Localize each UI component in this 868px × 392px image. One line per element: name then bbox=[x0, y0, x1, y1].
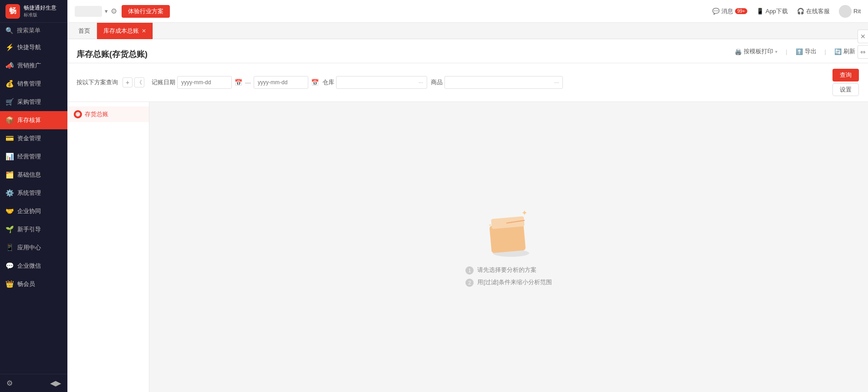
empty-illustration: ✦ ✦ bbox=[481, 204, 536, 259]
page-header: 库存总账(存货总账) 🖨️ 按模板打印 ▾ | ⬆️ 导出 | 🔄 刷新 bbox=[67, 39, 868, 63]
message-badge: 99+ bbox=[735, 8, 747, 14]
date-separator: — bbox=[245, 79, 251, 86]
sidebar-item-wecom[interactable]: 💬 企业微信 bbox=[0, 257, 67, 275]
footer-settings-icon[interactable]: ⚙ bbox=[6, 379, 13, 387]
query-button[interactable]: 查询 bbox=[832, 69, 859, 81]
settings-button[interactable]: 设置 bbox=[832, 83, 859, 96]
finance-icon: 💳 bbox=[5, 134, 14, 143]
app-download-icon: 📱 bbox=[756, 8, 764, 15]
appstore-icon: 📱 bbox=[5, 244, 14, 252]
tab-inventory-cost[interactable]: 库存成本总账 ✕ bbox=[97, 23, 153, 39]
print-dropdown-icon[interactable]: ▾ bbox=[775, 49, 777, 54]
filter-collapse-btn[interactable]: 《 bbox=[134, 77, 144, 87]
filter-date-group: 记账日期 📅 — 📅 bbox=[152, 76, 319, 89]
sidebar-item-finance[interactable]: 💳 资金管理 bbox=[0, 129, 67, 148]
inventory-icon: 📦 bbox=[5, 116, 14, 124]
refresh-icon: 🔄 bbox=[834, 48, 842, 55]
user-name: Rit bbox=[853, 8, 861, 15]
calendar-to-icon[interactable]: 📅 bbox=[311, 79, 319, 86]
sidebar-item-quick-nav[interactable]: ⚡ 快捷导航 bbox=[0, 38, 67, 56]
scheme-icon bbox=[74, 110, 82, 118]
cooperation-icon: 🤝 bbox=[5, 207, 14, 215]
quick-nav-icon: ⚡ bbox=[5, 43, 14, 51]
online-support-btn[interactable]: 🎧 在线客服 bbox=[797, 7, 830, 15]
empty-text: 1 请先选择要分析的方案 2 用[过滤]条件来缩小分析范围 bbox=[465, 266, 551, 290]
basic-icon: 🗂️ bbox=[5, 171, 14, 179]
breadcrumb-area: ▾ ⚙ bbox=[75, 6, 117, 17]
content-area: 库存总账(存货总账) 🖨️ 按模板打印 ▾ | ⬆️ 导出 | 🔄 刷新 bbox=[67, 39, 868, 392]
date-to-input[interactable] bbox=[254, 76, 308, 89]
export-icon: ⬆️ bbox=[796, 48, 803, 55]
resize-right-panel-btn[interactable]: ⇔ bbox=[858, 45, 868, 59]
message-icon: 💬 bbox=[712, 8, 720, 15]
system-icon: ⚙️ bbox=[5, 189, 14, 197]
sidebar-item-newguide[interactable]: 🌱 新手引导 bbox=[0, 220, 67, 239]
product-select[interactable]: ··· bbox=[444, 76, 563, 89]
sidebar-footer: ⚙ ◀▶ bbox=[0, 374, 67, 392]
warehouse-label: 仓库 bbox=[322, 78, 334, 87]
topbar-settings-icon[interactable]: ⚙ bbox=[111, 7, 117, 15]
page-title: 库存总账(存货总账) bbox=[77, 49, 148, 60]
user-avatar bbox=[839, 5, 852, 18]
sidebar-item-basic[interactable]: 🗂️ 基础信息 bbox=[0, 166, 67, 184]
product-more-icon[interactable]: ··· bbox=[554, 79, 559, 86]
filter-label: 按以下方案查询 bbox=[77, 78, 118, 87]
user-avatar-area[interactable]: Rit bbox=[839, 5, 861, 18]
filter-actions: 查询 设置 bbox=[832, 69, 859, 96]
sidebar-item-member[interactable]: 👑 畅会员 bbox=[0, 275, 67, 293]
app-logo-text: 畅捷通好生意 标准版 bbox=[24, 5, 56, 18]
message-btn[interactable]: 💬 消息 99+ bbox=[712, 7, 747, 15]
app-download-btn[interactable]: 📱 App下载 bbox=[756, 7, 788, 15]
empty-hint-1: 1 请先选择要分析的方案 bbox=[465, 266, 551, 275]
sidebar-item-cooperation[interactable]: 🤝 企业协同 bbox=[0, 202, 67, 220]
scheme-item-inventory-ledger[interactable]: 存货总账 bbox=[67, 107, 149, 122]
sidebar-item-appstore[interactable]: 📱 应用中心 bbox=[0, 239, 67, 257]
sidebar-item-operation[interactable]: 📊 经营管理 bbox=[0, 148, 67, 166]
svg-point-0 bbox=[76, 112, 80, 117]
print-btn[interactable]: 🖨️ 按模板打印 ▾ bbox=[731, 46, 781, 57]
main-area: ▾ ⚙ 体验行业方案 💬 消息 99+ 📱 App下载 🎧 在线客服 Rit bbox=[67, 0, 868, 392]
topbar-user-pill bbox=[75, 6, 102, 17]
headset-icon: 🎧 bbox=[797, 8, 804, 15]
refresh-btn[interactable]: 🔄 刷新 bbox=[831, 46, 859, 57]
app-logo-icon: 畅 bbox=[5, 4, 20, 19]
sidebar-item-sales[interactable]: 💰 销售管理 bbox=[0, 75, 67, 93]
sidebar-logo: 畅 畅捷通好生意 标准版 bbox=[0, 0, 67, 23]
svg-text:✦: ✦ bbox=[488, 223, 492, 228]
product-label: 商品 bbox=[431, 78, 443, 87]
marketing-icon: 📣 bbox=[5, 61, 14, 70]
filter-add-btn[interactable]: + bbox=[123, 77, 133, 87]
topbar: ▾ ⚙ 体验行业方案 💬 消息 99+ 📱 App下载 🎧 在线客服 Rit bbox=[67, 0, 868, 23]
calendar-from-icon[interactable]: 📅 bbox=[235, 79, 242, 86]
empty-state: ✦ ✦ 1 请先选择要分析的方案 2 用[过滤]条件来缩小 bbox=[465, 204, 551, 290]
export-btn[interactable]: ⬆️ 导出 bbox=[792, 46, 820, 57]
tab-close-inventory-cost[interactable]: ✕ bbox=[142, 28, 146, 34]
operation-icon: 📊 bbox=[5, 153, 14, 161]
warehouse-more-icon[interactable]: ··· bbox=[419, 79, 423, 86]
date-field-label: 记账日期 bbox=[152, 78, 175, 87]
sidebar-search[interactable]: 🔍 搜索菜单 bbox=[0, 23, 67, 38]
tabs-bar: 首页 库存成本总账 ✕ bbox=[67, 23, 868, 39]
scheme-sidebar: 存货总账 bbox=[67, 102, 149, 392]
empty-hint-2: 2 用[过滤]条件来缩小分析范围 bbox=[465, 278, 551, 287]
search-icon: 🔍 bbox=[5, 27, 13, 34]
header-divider-1: | bbox=[786, 48, 787, 55]
wecom-icon: 💬 bbox=[5, 262, 14, 270]
svg-text:✦: ✦ bbox=[521, 209, 527, 217]
topbar-right: 💬 消息 99+ 📱 App下载 🎧 在线客服 Rit bbox=[712, 5, 861, 18]
sidebar-item-purchase[interactable]: 🛒 采购管理 bbox=[0, 93, 67, 111]
industry-btn[interactable]: 体验行业方案 bbox=[122, 5, 170, 18]
main-content-empty: ✦ ✦ 1 请先选择要分析的方案 2 用[过滤]条件来缩小 bbox=[149, 102, 868, 392]
footer-collapse-icon[interactable]: ◀▶ bbox=[50, 379, 61, 387]
close-right-panel-btn[interactable]: ✕ bbox=[858, 30, 868, 43]
warehouse-select[interactable]: ··· bbox=[336, 76, 427, 89]
sidebar-item-system[interactable]: ⚙️ 系统管理 bbox=[0, 184, 67, 202]
topbar-left: ▾ ⚙ 体验行业方案 bbox=[75, 5, 170, 18]
date-from-input[interactable] bbox=[177, 76, 232, 89]
breadcrumb-dropdown-icon[interactable]: ▾ bbox=[105, 8, 108, 15]
sidebar-item-inventory[interactable]: 📦 库存核算 bbox=[0, 111, 67, 129]
hint-num-2: 2 bbox=[465, 279, 474, 287]
tab-home[interactable]: 首页 bbox=[72, 23, 97, 39]
sidebar-nav: ⚡ 快捷导航 📣 营销推广 💰 销售管理 🛒 采购管理 📦 库存核算 💳 资金管… bbox=[0, 38, 67, 374]
sidebar-item-marketing[interactable]: 📣 营销推广 bbox=[0, 56, 67, 75]
